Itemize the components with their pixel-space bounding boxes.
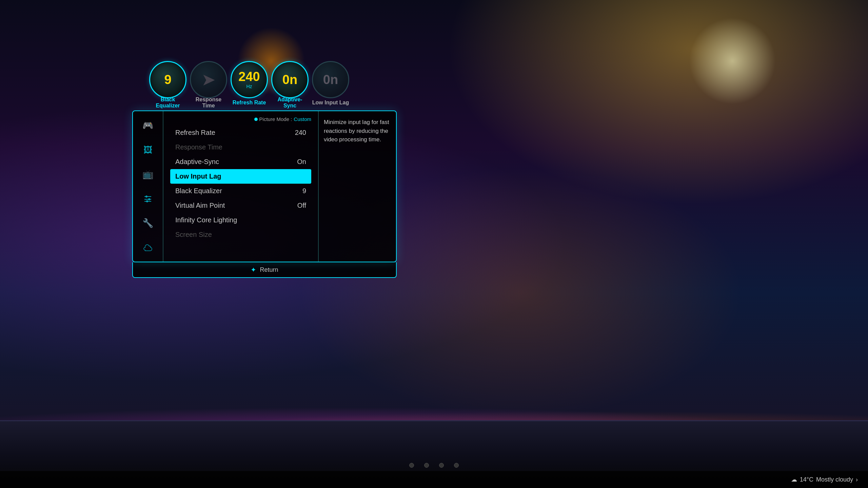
indicator-adaptive-sync[interactable]: 0n xyxy=(271,61,309,98)
menu-item-adaptive-sync-label: Adaptive-Sync xyxy=(175,158,219,166)
picture-mode-value: Custom xyxy=(294,116,311,122)
indicator-low-input-lag-value: 0n xyxy=(323,73,338,86)
monitor-dot-2 xyxy=(424,463,429,468)
taskbar: ☁ 14°C Mostly cloudy › xyxy=(0,471,868,488)
label-adaptive-sync: Adaptive-Sync xyxy=(271,97,309,109)
menu-item-infinity-core-lighting[interactable]: Infinity Core Lighting xyxy=(170,213,311,227)
svg-point-1 xyxy=(145,196,147,198)
sidebar-icon-sliders[interactable] xyxy=(140,191,155,206)
background xyxy=(0,0,868,488)
weather-icon: ☁ xyxy=(791,476,797,483)
monitor-dots xyxy=(409,463,459,468)
indicator-black-equalizer[interactable]: 9 xyxy=(149,61,186,98)
temperature: 14°C xyxy=(800,476,813,483)
picture-mode-bar: Picture Mode : Custom xyxy=(170,116,311,122)
indicator-refresh-rate-value: 240 xyxy=(238,70,260,83)
chevron-icon: › xyxy=(856,476,858,483)
sidebar-icon-display[interactable]: 📺 xyxy=(140,167,155,182)
svg-point-3 xyxy=(148,198,150,200)
indicator-labels-row: Black Equalizer Response Time Refresh Ra… xyxy=(132,97,397,109)
menu-item-refresh-rate[interactable]: Refresh Rate 240 xyxy=(170,125,311,140)
sidebar-icon-cloud[interactable] xyxy=(140,240,155,255)
return-label: Return xyxy=(260,266,278,273)
label-response-time: Response Time xyxy=(190,97,227,109)
indicator-low-input-lag[interactable]: 0n xyxy=(312,61,349,98)
menu-item-response-time-label: Response Time xyxy=(175,143,222,151)
menu-box: 🎮 🖼 📺 🔧 xyxy=(132,110,397,262)
menu-item-adaptive-sync-value: On xyxy=(297,158,306,166)
picture-mode-label: Picture Mode : xyxy=(259,116,292,122)
description-panel: Minimize input lag for fast reactions by… xyxy=(318,111,396,262)
indicator-adaptive-sync-value: 0n xyxy=(282,73,297,86)
menu-item-black-equalizer-value: 9 xyxy=(302,187,306,195)
sidebar-icon-gamepad[interactable]: 🎮 xyxy=(140,118,155,133)
return-bar[interactable]: ✦ Return xyxy=(132,262,397,278)
menu-item-infinity-core-lighting-label: Infinity Core Lighting xyxy=(175,216,237,224)
label-refresh-rate: Refresh Rate xyxy=(231,100,268,106)
weather-description: Mostly cloudy xyxy=(816,476,853,483)
sidebar-icon-image[interactable]: 🖼 xyxy=(140,142,155,157)
indicator-response-time-arrow: ➤ xyxy=(201,70,216,89)
menu-item-virtual-aim-point-label: Virtual Aim Point xyxy=(175,202,225,209)
menu-item-low-input-lag[interactable]: Low Input Lag xyxy=(170,169,311,184)
monitor-dot-4 xyxy=(454,463,459,468)
sidebar-icon-wrench[interactable]: 🔧 xyxy=(140,216,155,230)
menu-item-black-equalizer-label: Black Equalizer xyxy=(175,187,222,195)
picture-mode-indicator-dot xyxy=(254,118,258,121)
indicator-refresh-rate-unit: Hz xyxy=(246,84,252,89)
menu-item-refresh-rate-value: 240 xyxy=(295,129,306,137)
label-low-input-lag: Low Input Lag xyxy=(312,100,349,106)
weather-info: ☁ 14°C Mostly cloudy › xyxy=(791,476,858,483)
menu-item-screen-size[interactable]: Screen Size xyxy=(170,227,311,242)
menu-item-refresh-rate-label: Refresh Rate xyxy=(175,129,215,137)
monitor-dot-1 xyxy=(409,463,414,468)
menu-item-low-input-lag-label: Low Input Lag xyxy=(175,172,221,180)
monitor-dot-3 xyxy=(439,463,444,468)
menu-content: Picture Mode : Custom Refresh Rate 240 R… xyxy=(163,111,318,262)
indicators-row: 9 ➤ 240 Hz 0n 0n xyxy=(132,61,397,98)
osd-menu: 9 ➤ 240 Hz 0n 0n Black Equalizer Respons… xyxy=(132,61,397,278)
menu-item-response-time[interactable]: Response Time xyxy=(170,140,311,155)
sidebar: 🎮 🖼 📺 🔧 xyxy=(133,111,163,262)
description-text: Minimize input lag for fast reactions by… xyxy=(324,118,391,144)
menu-item-adaptive-sync[interactable]: Adaptive-Sync On xyxy=(170,155,311,169)
menu-item-screen-size-label: Screen Size xyxy=(175,231,212,239)
indicator-response-time[interactable]: ➤ xyxy=(190,61,227,98)
svg-point-5 xyxy=(146,200,148,202)
indicator-black-equalizer-value: 9 xyxy=(164,73,171,86)
label-black-equalizer: Black Equalizer xyxy=(149,97,186,109)
menu-item-black-equalizer[interactable]: Black Equalizer 9 xyxy=(170,184,311,198)
menu-item-virtual-aim-point-value: Off xyxy=(297,202,306,209)
indicator-refresh-rate[interactable]: 240 Hz xyxy=(231,61,268,98)
return-icon: ✦ xyxy=(251,266,256,274)
menu-item-virtual-aim-point[interactable]: Virtual Aim Point Off xyxy=(170,198,311,213)
